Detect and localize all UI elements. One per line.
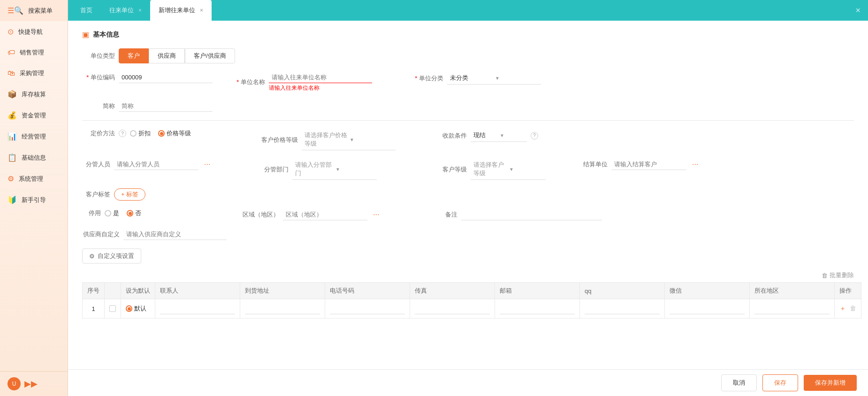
payment-help-icon[interactable]: ? [531,132,538,140]
custom-settings-label: 自定义项设置 [98,252,134,260]
add-tag-button[interactable]: + 标签 [114,188,145,201]
home-icon: ⊙ [8,27,14,36]
sidebar-item-label: 搜索菜单 [28,7,53,15]
notes-input[interactable] [461,209,602,220]
save-new-button[interactable]: 保存并新增 [804,375,857,391]
row-fax-input[interactable] [415,303,490,314]
row-actions-cell: ＋ 🗑 [835,299,861,318]
row-area-input[interactable] [754,303,830,314]
customer-price-field: 客户价格等级 请选择客户价格等级 ▼ [260,129,439,150]
dept-select[interactable]: 请输入分管部门 ▼ [292,159,377,180]
row-contact-input[interactable] [160,303,235,314]
sidebar-item-purchase[interactable]: 🛍 采购管理 [0,63,68,84]
unit-name-error: 请输入往来单位名称 [269,84,372,92]
sidebar-item-quicknav[interactable]: ⊙ 快捷导航 [0,21,68,42]
row-email-input[interactable] [500,303,575,314]
disabled-yes[interactable]: 是 [105,209,119,217]
sidebar-item-basicinfo[interactable]: 📋 基础信息 [0,147,68,168]
sidebar-item-label: 采购管理 [20,69,44,78]
cancel-button[interactable]: 取消 [721,374,757,391]
row-address-input[interactable] [245,303,320,314]
settlement-field: 结算单位 ··· [579,159,854,170]
row-default-label: 默认 [134,304,146,313]
customer-level-select[interactable]: 请选择客户等级 ▼ [471,159,546,180]
region-field: 区域（地区） ··· [242,209,439,220]
payment-terms-field: 收款条件 现结 ▼ ? [439,129,854,142]
col-area: 所在地区 [750,283,835,299]
tag-field: 客户标签 + 标签 [82,188,854,201]
newuser-icon: 🔰 [8,195,17,204]
disabled-options: 是 否 [105,209,141,217]
row-delete-button[interactable]: 🗑 [850,304,856,313]
sidebar-expand-icon[interactable]: ▶▶ [24,379,38,389]
row-qq [580,299,665,318]
row-default-radio[interactable] [126,305,132,312]
unit-type-field: 单位类型 客户 供应商 客户/供应商 [82,48,854,63]
supplier-custom-input[interactable] [123,229,227,240]
sidebar-item-sales[interactable]: 🏷 销售管理 [0,42,68,63]
settlement-more-icon[interactable]: ··· [692,160,698,169]
tab-new-partner-close[interactable]: × [200,7,203,14]
batch-delete-button[interactable]: 🗑 批量删除 [822,271,854,280]
pricing-discount[interactable]: 折扣 [130,129,151,138]
col-fax: 传真 [410,283,495,299]
unit-code-input[interactable] [119,72,213,83]
sidebar-item-label: 资金管理 [22,111,46,120]
chevron-down-icon: ▼ [500,133,524,138]
sidebar-item-inventory[interactable]: 📦 库存核算 [0,84,68,105]
unit-type-label: 单位类型 [82,52,115,60]
sidebar-item-label: 新手引导 [22,196,46,204]
sidebar-item-label: 销售管理 [20,48,44,57]
manager-input[interactable] [114,159,198,170]
type-btn-supplier[interactable]: 供应商 [149,48,185,63]
disabled-yes-label: 是 [113,209,119,217]
unit-category-value: 未分类 [450,74,493,82]
tag-label: 客户标签 [82,190,110,199]
pricing-help-icon[interactable]: ? [119,130,126,137]
sidebar-item-search[interactable]: ☰🔍 搜索菜单 [0,0,68,21]
pricing-label: 定价方法 [82,129,115,138]
section-header: ▣ 基本信息 [82,30,854,39]
tab-home[interactable]: 首页 [72,0,101,21]
row-wechat-input[interactable] [670,303,745,314]
row-phone-input[interactable] [330,303,405,314]
unit-name-field: 单位名称 请输入往来单位名称 [232,72,411,92]
type-btn-customer[interactable]: 客户 [119,48,149,63]
section-icon: ▣ [82,30,89,39]
sales-icon: 🏷 [8,48,15,57]
section-title: 基本信息 [93,31,119,39]
region-input[interactable] [283,209,367,220]
sidebar-item-newuser[interactable]: 🔰 新手引导 [0,189,68,210]
tab-partners[interactable]: 往来单位 × [101,0,150,21]
sidebar-bottom: U ▶▶ [0,371,68,396]
custom-settings-button[interactable]: ⚙ 自定义项设置 [82,248,141,264]
sidebar-item-system[interactable]: ⚙ 系统管理 [0,168,68,189]
tab-partners-close[interactable]: × [138,7,142,14]
settlement-label: 结算单位 [579,160,608,169]
sidebar-item-finance[interactable]: 💰 资金管理 [0,105,68,126]
tab-new-partner[interactable]: 新增往来单位 × [150,0,212,21]
row-checkbox[interactable] [109,305,116,312]
region-more-icon[interactable]: ··· [373,210,379,219]
row-qq-input[interactable] [585,303,660,314]
settlement-input[interactable] [611,159,686,170]
save-button[interactable]: 保存 [762,374,798,391]
unit-category-select[interactable]: 未分类 ▼ [447,72,541,85]
type-btn-both[interactable]: 客户/供应商 [185,48,235,63]
payment-terms-select[interactable]: 现结 ▼ [471,129,527,142]
row-add-button[interactable]: ＋ [839,304,846,313]
batch-delete-label: 批量删除 [830,271,854,280]
disabled-no[interactable]: 否 [127,209,141,217]
customer-price-select[interactable]: 请选择客户价格等级 ▼ [302,129,396,150]
unit-name-input[interactable] [269,72,372,83]
row-actions: ＋ 🗑 [839,304,856,313]
sidebar-item-operations[interactable]: 📊 经营管理 [0,126,68,147]
unit-type-buttons: 客户 供应商 客户/供应商 [119,48,235,63]
row-checkbox-cell [105,299,121,318]
window-close-button[interactable]: × [855,6,860,16]
pricing-price-level[interactable]: 价格等级 [158,129,191,138]
manager-more-icon[interactable]: ··· [204,160,210,169]
abbr-input[interactable] [119,101,213,112]
col-email: 邮箱 [495,283,580,299]
disabled-row: 停用 是 否 区域（地区） ··· 备注 [82,209,854,220]
